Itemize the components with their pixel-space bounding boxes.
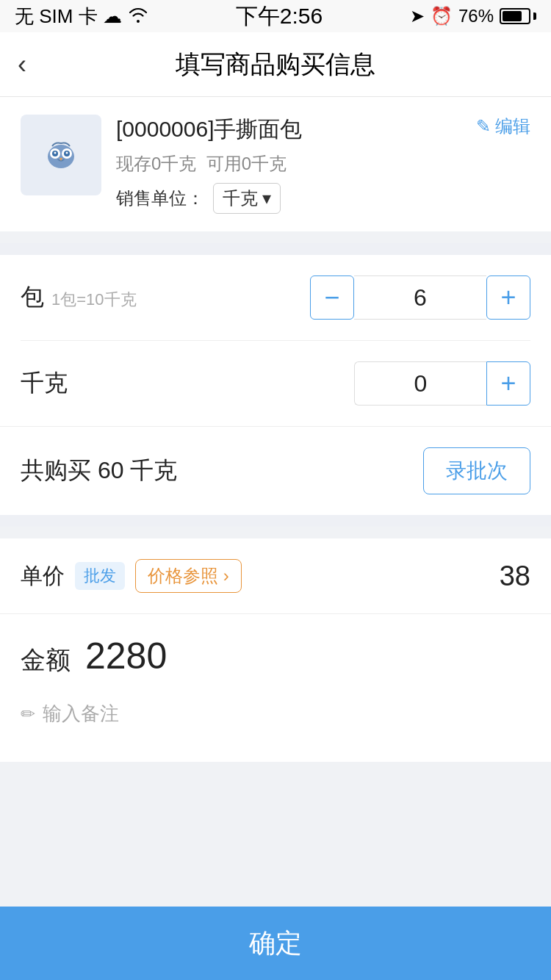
sim-label: 无 SIM 卡 ☁ — [15, 4, 122, 29]
location-icon: ➤ — [410, 6, 425, 26]
product-thumbnail — [21, 115, 101, 195]
status-right: ➤ ⏰ 76% — [410, 6, 536, 26]
input-section: 包 1包=10千克 − + 千克 + — [0, 255, 551, 426]
bag-increment-button[interactable]: + — [486, 275, 530, 320]
unit-label: 销售单位： — [116, 187, 204, 210]
svg-point-6 — [66, 152, 68, 154]
bag-hint: 1包=10千克 — [51, 289, 137, 311]
alarm-icon: ⏰ — [431, 6, 453, 26]
kg-input-row: 千克 + — [21, 341, 530, 426]
bag-qty-control: − + — [310, 275, 530, 320]
kg-label: 千克 — [21, 367, 68, 400]
record-batch-button[interactable]: 录批次 — [423, 447, 530, 494]
wifi-icon — [128, 5, 148, 28]
bag-label: 包 1包=10千克 — [21, 281, 137, 314]
confirm-label: 确定 — [249, 926, 302, 962]
price-reference-button[interactable]: 价格参照 › — [135, 559, 242, 593]
price-section: 单价 批发 价格参照 › 38 — [0, 538, 551, 613]
product-unit-row: 销售单位： 千克 ▾ — [116, 183, 530, 214]
battery-icon — [500, 8, 536, 24]
section-divider — [0, 243, 551, 255]
kg-qty-control: + — [354, 361, 530, 406]
kg-increment-button[interactable]: + — [486, 361, 530, 406]
status-bar: 无 SIM 卡 ☁ 下午2:56 ➤ ⏰ 76% — [0, 0, 551, 32]
bag-decrement-button[interactable]: − — [310, 275, 354, 320]
price-value: 38 — [500, 561, 530, 592]
unit-select[interactable]: 千克 ▾ — [213, 183, 281, 214]
product-stock: 现存0千克 可用0千克 — [116, 152, 530, 176]
edit-icon: ✎ — [476, 116, 491, 137]
amount-label: 金额 — [21, 644, 71, 677]
page-title: 填写商品购买信息 — [176, 48, 375, 82]
battery-percent: 76% — [458, 6, 494, 26]
product-name: [0000006]手撕面包 — [116, 115, 530, 145]
product-card: [0000006]手撕面包 现存0千克 可用0千克 销售单位： 千克 ▾ ✎ 编… — [0, 97, 551, 231]
bag-input-row: 包 1包=10千克 − + — [21, 255, 530, 341]
bag-qty-input[interactable] — [354, 275, 486, 320]
amount-row: 金额 2280 ✏ 输入备注 — [0, 613, 551, 762]
section-divider-2 — [0, 515, 551, 527]
product-info: [0000006]手撕面包 现存0千克 可用0千克 销售单位： 千克 ▾ — [116, 115, 530, 214]
kg-qty-input[interactable] — [354, 361, 486, 406]
edit-button[interactable]: ✎ 编辑 — [476, 115, 530, 138]
remark-placeholder: 输入备注 — [43, 701, 119, 727]
status-left: 无 SIM 卡 ☁ — [15, 4, 148, 29]
time-display: 下午2:56 — [236, 1, 323, 32]
remark-row[interactable]: ✏ 输入备注 — [21, 701, 530, 747]
summary-text: 共购买 60 千克 — [21, 455, 177, 487]
amount-value: 2280 — [85, 635, 167, 677]
confirm-bar[interactable]: 确定 — [0, 907, 551, 980]
back-button[interactable]: ‹ — [18, 49, 26, 80]
svg-point-5 — [54, 152, 57, 154]
price-type-tag: 批发 — [75, 562, 125, 590]
chevron-down-icon: ▾ — [262, 188, 271, 209]
pencil-icon: ✏ — [21, 704, 35, 724]
summary-row: 共购买 60 千克 录批次 — [0, 426, 551, 515]
price-label: 单价 — [21, 561, 65, 591]
nav-bar: ‹ 填写商品购买信息 — [0, 32, 551, 97]
